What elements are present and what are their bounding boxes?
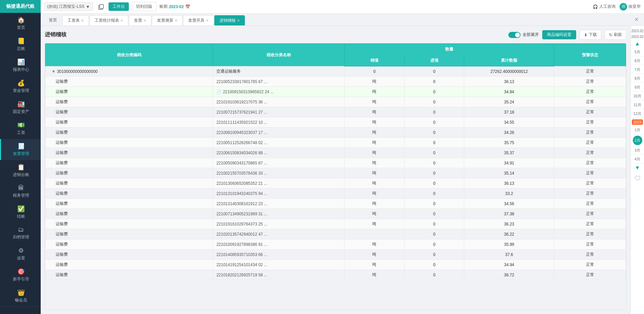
table-row[interactable]: 运输费 221007215737621941 27 ... 吨 0 37.18 … bbox=[45, 107, 626, 117]
tab-home[interactable]: 首页 bbox=[44, 15, 62, 25]
refresh-button[interactable]: ↻ 刷新 bbox=[605, 30, 626, 40]
table-row[interactable]: 运输费 221005233817801765 67 ... 吨 0 36.13 … bbox=[45, 77, 626, 87]
tab-close-icon[interactable]: ✕ bbox=[237, 19, 240, 22]
sidebar-item-archive[interactable]: 🗂 归档管理 bbox=[0, 223, 41, 243]
tab-sales-check[interactable]: 进销稽核 ✕ bbox=[214, 15, 245, 25]
table-row[interactable]: 运输费 221020135742940012 47 ... 0 36.22 正常 bbox=[45, 229, 626, 239]
cell-total: 35.99 bbox=[464, 239, 554, 250]
table-row[interactable]: 运输费 221013140308161912 23 ... 吨 0 34.56 … bbox=[45, 199, 626, 209]
unpin-button[interactable]: ◀◀ 取消固定 bbox=[0, 310, 41, 314]
table-row[interactable]: 运输费 221011111435921522 10 ... 吨 0 34.55 … bbox=[45, 117, 626, 127]
cell-status: 正常 bbox=[554, 66, 626, 77]
calendar-icon[interactable]: 📅 bbox=[185, 4, 190, 9]
cell-purchase: 0 bbox=[404, 158, 464, 168]
sidebar-item-sales-ledger[interactable]: 📋 进销台账 bbox=[0, 160, 41, 181]
month-5[interactable]: 5月 bbox=[631, 48, 644, 56]
table-row[interactable]: 运输费 221013101943240375 94 ... 吨 0 33.2 正… bbox=[45, 189, 626, 199]
table-row[interactable]: 运输费 221014191254101434 02 ... 吨 0 34.94 … bbox=[45, 260, 626, 270]
month-6[interactable]: 6月 bbox=[631, 57, 644, 65]
month-3[interactable]: 3月 bbox=[631, 146, 644, 155]
cell-total: 36.23 bbox=[464, 219, 554, 229]
table-row[interactable]: 运输费 221008100945323037 17 ... 吨 0 34.26 … bbox=[45, 127, 626, 138]
sidebar-item-tax[interactable]: 🏛 税务管理 bbox=[0, 181, 41, 202]
sidebar-item-settings[interactable]: ⚙ 设置 bbox=[0, 243, 41, 264]
month-8[interactable]: 8月 bbox=[631, 75, 644, 83]
support-link[interactable]: 🎧 人工咨询 bbox=[593, 4, 616, 9]
table-row[interactable]: 运输费 221019103619217075 36 ... 吨 0 35.24 … bbox=[45, 97, 626, 107]
tab-invoice-issue[interactable]: 发票开具 ✕ bbox=[183, 15, 214, 25]
sidebar-item-payroll[interactable]: 💵 工资 bbox=[0, 118, 41, 139]
sidebar-item-checkout[interactable]: ✅ 结账 bbox=[0, 202, 41, 223]
tab-close-icon[interactable]: ✕ bbox=[206, 19, 209, 22]
tab-close-icon[interactable]: ✕ bbox=[143, 19, 146, 22]
tab-payroll[interactable]: 工资表 ✕ bbox=[62, 15, 89, 25]
cell-invoice-code: 221019103619217075 36 ... bbox=[213, 97, 345, 107]
sidebar-item-ledger[interactable]: 📒 总账 bbox=[0, 34, 41, 55]
download-icon: ⬇ bbox=[584, 33, 587, 37]
cell-unit: 吨 bbox=[345, 219, 404, 229]
cell-invoice-code: 📄221009150313965922 24 ... bbox=[213, 87, 345, 97]
month-4[interactable]: 4月 bbox=[631, 155, 644, 163]
sidebar-item-member[interactable]: 👑 畅会员 bbox=[0, 286, 41, 307]
sidebar-item-home[interactable]: 🏠 首页 bbox=[0, 13, 41, 34]
cell-status: 正常 bbox=[554, 87, 626, 97]
month-1[interactable]: 1月 bbox=[631, 126, 644, 134]
month-7[interactable]: 7月 bbox=[631, 66, 644, 74]
copy-icon[interactable] bbox=[96, 4, 106, 10]
sidebar-item-guide[interactable]: 🎯 新手引导 bbox=[0, 264, 41, 286]
sidebar-item-assets[interactable]: 🏭 固定资产 bbox=[0, 97, 41, 118]
user-menu[interactable]: 用 徐亚华 bbox=[620, 3, 641, 11]
month-11[interactable]: 11月 bbox=[631, 101, 644, 109]
download-button[interactable]: ⬇ 下载 bbox=[580, 30, 601, 40]
heart-icon[interactable] bbox=[634, 175, 641, 182]
sidebar-item-invoice[interactable]: 🧾 发票管理 bbox=[0, 139, 41, 160]
current-month[interactable]: 2月 bbox=[633, 136, 642, 145]
product-code-settings-button[interactable]: 商品编码设置 bbox=[542, 30, 576, 39]
company-selector[interactable]: (勿动) 江西报宝-LSS ▼ bbox=[44, 2, 93, 11]
table-row[interactable]: 运输费 221018202126925719 58 ... 吨 0 36.72 … bbox=[45, 270, 626, 280]
cell-status: 正常 bbox=[554, 168, 626, 178]
tab-invoice[interactable]: 发票 ✕ bbox=[129, 15, 151, 25]
cell-code: 运输费 bbox=[45, 97, 213, 107]
tab-close-icon[interactable]: ✕ bbox=[120, 19, 123, 22]
cell-purchase: 0 bbox=[404, 148, 464, 158]
table-row[interactable]: ▼301000000000000000 交通运输服务 0 0 27262.400… bbox=[45, 66, 626, 77]
cell-code: 运输费 bbox=[45, 138, 213, 148]
expand-toggle[interactable] bbox=[508, 32, 521, 38]
cell-total: 34.94 bbox=[464, 260, 554, 270]
table-row[interactable]: 运输费 221019161029764373 25 ... 吨 0 36.23 … bbox=[45, 219, 626, 229]
table-row[interactable]: 运输费 221007134905231969 31 ... 吨 0 37.38 … bbox=[45, 209, 626, 219]
table-row[interactable]: 运输费 221014085935710353 66 ... 吨 0 37.6 正… bbox=[45, 250, 626, 260]
table-row[interactable]: 运输费 221006150834034026 88 ... 吨 0 35.37 … bbox=[45, 148, 626, 158]
month-12[interactable]: 12月 bbox=[631, 110, 644, 118]
cell-invoice-code: 221014191254101434 02 ... bbox=[213, 260, 345, 270]
sidebar-item-reports[interactable]: 📊 报表中心 bbox=[0, 55, 41, 76]
cell-invoice-code: 221008100945323037 17 ... bbox=[213, 127, 345, 138]
workspace-button[interactable]: 工作台 bbox=[109, 2, 129, 11]
page-header: 进销稽核 全部展开 商品编码设置 ⬇ 下载 ↻ 刷新 bbox=[45, 30, 626, 40]
table-row[interactable]: 运输费 📄221009150313965922 24 ... 吨 0 34.84… bbox=[45, 87, 626, 97]
tab-payroll-report[interactable]: 工资统计报表 ✕ bbox=[90, 15, 128, 25]
tab-invoice-calc[interactable]: 发票测算 ✕ bbox=[152, 15, 182, 25]
table-row[interactable]: 运输费 221005112528266748 02 ... 吨 0 35.75 … bbox=[45, 138, 626, 148]
table-row[interactable]: 运输费 221013093652085352 21 ... 吨 0 36.13 … bbox=[45, 178, 626, 189]
month-10[interactable]: 10月 bbox=[631, 92, 644, 100]
switch-version-button[interactable]: 切到旧版 bbox=[132, 2, 157, 11]
month-9[interactable]: 9月 bbox=[631, 83, 644, 92]
cell-purchase: 0 bbox=[404, 178, 464, 189]
cell-total: 36.22 bbox=[464, 229, 554, 239]
nav-down-icon[interactable]: ▼ bbox=[634, 164, 641, 172]
tab-label: 发票测算 bbox=[157, 18, 173, 23]
table-row[interactable]: 运输费 221002155703576436 33 ... 吨 0 35.14 … bbox=[45, 168, 626, 178]
tab-close-icon[interactable]: ✕ bbox=[81, 19, 84, 22]
chevron-down-icon: ▼ bbox=[86, 4, 90, 9]
close-all-button[interactable]: ✕ bbox=[632, 16, 641, 23]
cell-total: 34.84 bbox=[464, 87, 554, 97]
cell-invoice-code: 221006150834034026 88 ... bbox=[213, 148, 345, 158]
sidebar-item-label: 总账 bbox=[17, 46, 25, 52]
table-row[interactable]: 运输费 221010091927898386 91 ... 吨 0 35.99 … bbox=[45, 239, 626, 250]
sidebar-item-funds[interactable]: 💰 资金管理 bbox=[0, 76, 41, 97]
nav-up-icon[interactable]: ▲ bbox=[634, 40, 641, 47]
table-row[interactable]: 运输费 221005090343170865 87 ... 吨 0 34.91 … bbox=[45, 158, 626, 168]
tab-close-icon[interactable]: ✕ bbox=[175, 19, 177, 22]
